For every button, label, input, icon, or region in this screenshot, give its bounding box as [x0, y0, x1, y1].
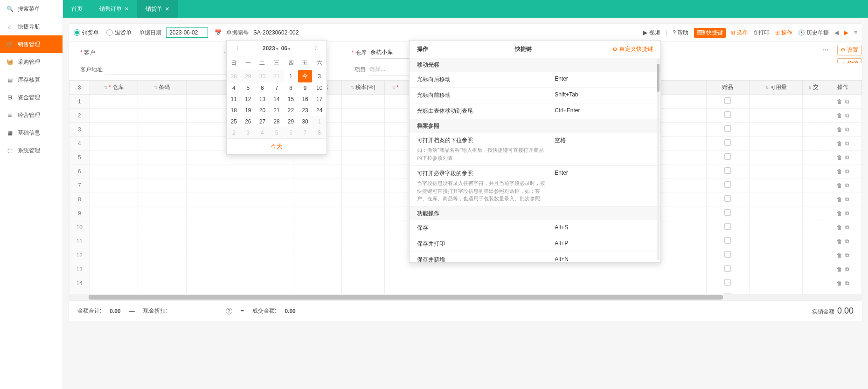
cal-day[interactable]: 28	[270, 116, 284, 127]
sidebar-item-box[interactable]: ▤库存核算	[0, 71, 62, 89]
delete-icon[interactable]: 🗑	[837, 98, 842, 105]
copy-icon[interactable]: ⧉	[845, 126, 849, 133]
cal-day[interactable]: 4	[255, 127, 270, 138]
radio-sale[interactable]: 销货单	[74, 29, 99, 37]
sidebar-item-search[interactable]: 🔍搜索菜单	[0, 0, 62, 18]
cal-day[interactable]: 31	[270, 70, 284, 82]
cal-next-icon[interactable]: 〉	[312, 44, 322, 52]
delete-icon[interactable]: 🗑	[837, 154, 842, 161]
close-icon[interactable]: ✕	[165, 6, 169, 12]
copy-icon[interactable]: ⧉	[845, 98, 849, 105]
copy-icon[interactable]: ⧉	[845, 112, 849, 119]
tab[interactable]: 销货单✕	[137, 0, 178, 18]
gift-checkbox[interactable]	[724, 237, 731, 244]
delete-icon[interactable]: 🗑	[837, 280, 842, 287]
delete-icon[interactable]: 🗑	[837, 140, 842, 147]
gift-checkbox[interactable]	[724, 265, 731, 272]
cal-day[interactable]: 8	[284, 82, 298, 94]
cal-day[interactable]: 1	[284, 70, 298, 82]
cal-day[interactable]: 20	[255, 105, 270, 116]
sidebar-item-wallet[interactable]: ⊟资金管理	[0, 89, 62, 106]
cal-day[interactable]: 22	[284, 105, 298, 116]
chevron-left-icon[interactable]: ◀	[834, 29, 839, 36]
customize-shortcut-link[interactable]: ⚙ 自定义快捷键	[612, 45, 653, 53]
col-gift[interactable]: 赠品	[706, 81, 749, 95]
cal-day[interactable]: 21	[270, 105, 284, 116]
copy-icon[interactable]: ⧉	[845, 182, 849, 189]
shortcut-button[interactable]: ⌨ 快捷键	[694, 28, 726, 38]
sidebar-item-gear[interactable]: ◌系统管理	[0, 142, 62, 159]
col-tax[interactable]: ⇅税率(%)	[341, 81, 384, 95]
cal-day[interactable]: 4	[227, 82, 241, 94]
cal-day[interactable]: 14	[270, 94, 284, 105]
delete-icon[interactable]: 🗑	[837, 112, 842, 119]
cal-day[interactable]: 27	[255, 116, 270, 127]
customer-input[interactable]	[99, 48, 220, 58]
cal-month-select[interactable]: 06	[281, 45, 291, 52]
cal-day[interactable]: 3	[241, 127, 256, 138]
cal-day[interactable]: 29	[284, 116, 298, 127]
col-gear[interactable]: ⚙	[69, 81, 90, 95]
cal-day[interactable]: 10	[312, 82, 326, 94]
sidebar-item-cart[interactable]: 🛒销售管理	[0, 35, 62, 53]
horizontal-scrollbar[interactable]	[69, 294, 862, 300]
cal-day[interactable]: 24	[312, 105, 326, 116]
table-row[interactable]: 14🗑⧉	[69, 276, 862, 290]
gift-checkbox[interactable]	[724, 279, 731, 286]
copy-icon[interactable]: ⧉	[845, 168, 849, 175]
form-more-icon[interactable]: ⋯	[823, 47, 829, 53]
sidebar-item-home[interactable]: ⌂快捷导航	[0, 18, 62, 35]
calendar-icon[interactable]: 📅	[215, 29, 222, 36]
delete-icon[interactable]: 🗑	[837, 238, 842, 245]
cal-day[interactable]: 18	[227, 105, 241, 116]
question-icon[interactable]: ?	[226, 308, 232, 314]
cal-day[interactable]: 2	[227, 127, 241, 138]
cal-prev-icon[interactable]: 〈	[231, 44, 241, 52]
cal-day[interactable]: 16	[298, 94, 312, 105]
gift-checkbox[interactable]	[724, 153, 731, 160]
cal-day[interactable]: 25	[227, 116, 241, 127]
video-link[interactable]: ▶ 视频	[643, 29, 660, 37]
col-warehouse[interactable]: ⇅仓库	[90, 81, 138, 95]
cal-year-select[interactable]: 2023	[263, 45, 278, 52]
sidebar-item-report[interactable]: ≣经营管理	[0, 106, 62, 124]
delete-icon[interactable]: 🗑	[837, 168, 842, 175]
addr-input[interactable]	[106, 64, 228, 75]
col-barcode[interactable]: ⇅条码	[138, 81, 186, 95]
gift-checkbox[interactable]	[724, 209, 731, 216]
cal-today-button[interactable]: 今天	[227, 138, 326, 154]
gift-checkbox[interactable]	[724, 181, 731, 188]
cal-day[interactable]: 29	[241, 70, 256, 82]
gift-checkbox[interactable]	[724, 97, 731, 104]
col-avail[interactable]: ⇅可用量	[749, 81, 803, 95]
col-deliver[interactable]: ⇅交	[803, 81, 824, 95]
copy-icon[interactable]: ⧉	[845, 140, 849, 147]
delete-icon[interactable]: 🗑	[837, 126, 842, 133]
gift-checkbox[interactable]	[724, 167, 731, 174]
cal-day[interactable]: 13	[255, 94, 270, 105]
cal-day[interactable]: 5	[270, 127, 284, 138]
close-icon[interactable]: ✕	[125, 6, 129, 12]
cal-day[interactable]: 30	[255, 70, 270, 82]
cal-day[interactable]: 9	[298, 82, 312, 94]
gift-checkbox[interactable]	[724, 223, 731, 230]
cal-day[interactable]: 1	[312, 116, 326, 127]
copy-icon[interactable]: ⧉	[845, 280, 849, 287]
sidebar-item-basket[interactable]: 🧺采购管理	[0, 53, 62, 71]
sc-scrollbar[interactable]	[657, 59, 660, 260]
cal-day[interactable]: 7	[270, 82, 284, 94]
copy-icon[interactable]: ⧉	[845, 210, 849, 217]
menu-icon[interactable]: ≡	[854, 29, 857, 36]
delete-icon[interactable]: 🗑	[837, 266, 842, 273]
delete-icon[interactable]: 🗑	[837, 196, 842, 203]
copy-icon[interactable]: ⧉	[845, 154, 849, 161]
gift-checkbox[interactable]	[724, 125, 731, 132]
copy-icon[interactable]: ⧉	[845, 266, 849, 273]
gift-checkbox[interactable]	[724, 251, 731, 258]
radio-return[interactable]: 退货单	[106, 29, 132, 37]
cal-day[interactable]: 30	[298, 116, 312, 127]
help-link[interactable]: ? 帮助	[673, 29, 688, 37]
cal-day[interactable]: 26	[241, 116, 256, 127]
cal-day[interactable]: 12	[241, 94, 256, 105]
copy-icon[interactable]: ⧉	[845, 252, 849, 259]
